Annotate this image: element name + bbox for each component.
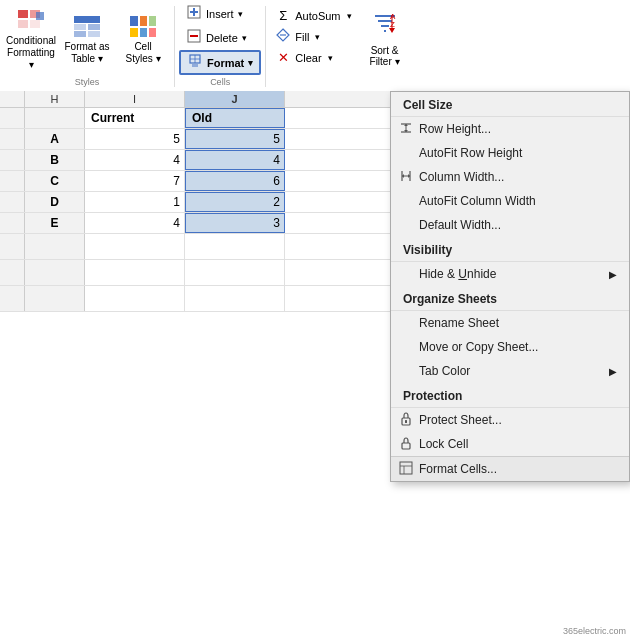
fill-button[interactable]: Fill ▾ [270,26,356,47]
hide-unhide-label: Hide & Unhide [419,267,496,281]
format-cells-icon [399,461,413,478]
svg-rect-4 [36,12,44,20]
svg-rect-14 [140,28,147,37]
tab-color-item[interactable]: Tab Color ▶ [391,359,629,383]
row-num [0,234,25,259]
cell-i-header[interactable]: Current [85,108,185,128]
cell-j-c[interactable]: 6 [185,171,285,191]
svg-rect-6 [74,24,86,30]
cell-h-a[interactable]: A [25,129,85,149]
svg-rect-7 [88,24,100,30]
autofit-col-item[interactable]: AutoFit Column Width [391,189,629,213]
col-header-i: I [85,91,185,107]
format-label: Format [207,57,244,69]
cell-i-b[interactable]: 4 [85,150,185,170]
svg-rect-24 [192,64,198,67]
svg-rect-12 [149,16,156,26]
insert-arrow: ▾ [238,9,243,19]
cell-styles-label: CellStyles ▾ [125,41,160,65]
cell-i-empty1[interactable] [85,234,185,259]
cell-j-empty1[interactable] [185,234,285,259]
format-dropdown-menu: Cell Size Row Height... AutoFit Row Heig… [390,91,630,482]
autosum-arrow: ▾ [347,11,352,21]
cell-styles-button[interactable]: CellStyles ▾ [116,10,170,68]
cells-group: Insert ▾ Delete ▾ [179,2,261,91]
cell-size-header: Cell Size [391,92,629,117]
styles-group-label: Styles [4,75,170,89]
cell-i-d[interactable]: 1 [85,192,185,212]
styles-group: ConditionalFormatting ▾ Format asTable ▾ [4,2,170,91]
autofit-row-label: AutoFit Row Height [419,146,522,160]
cell-h-empty1[interactable] [25,234,85,259]
format-cells-item[interactable]: Format Cells... [391,456,629,481]
cond-arrow: ▾ [29,59,34,70]
move-copy-item[interactable]: Move or Copy Sheet... [391,335,629,359]
cell-h-empty3[interactable] [25,286,85,311]
protection-header: Protection [391,383,629,408]
cell-i-c[interactable]: 7 [85,171,185,191]
row-num [0,108,25,128]
cell-h-d[interactable]: D [25,192,85,212]
format-arrow: ▾ [248,58,253,68]
cell-j-d[interactable]: 2 [185,192,285,212]
cell-i-a[interactable]: 5 [85,129,185,149]
conditional-formatting-button[interactable]: ConditionalFormatting ▾ [4,4,58,74]
clear-icon: ✕ [275,50,291,65]
editing-group: Σ AutoSum ▾ Fill ▾ [270,2,406,91]
svg-rect-9 [88,31,100,37]
lock-cell-item[interactable]: Lock Cell [391,432,629,456]
row-num [0,286,25,311]
autosum-label: AutoSum [295,10,340,22]
cell-styles-icon [127,13,159,41]
clear-button[interactable]: ✕ Clear ▾ [270,48,356,67]
svg-rect-42 [400,462,412,474]
cell-j-b[interactable]: 4 [185,150,285,170]
default-width-label: Default Width... [419,218,501,232]
svg-rect-15 [149,28,156,37]
fill-label: Fill [295,31,309,43]
cell-j-e[interactable]: 3 [185,213,285,233]
visibility-header: Visibility [391,237,629,262]
row-height-label: Row Height... [419,122,491,136]
insert-button[interactable]: Insert ▾ [179,2,261,25]
lock-cell-icon [399,436,413,453]
autofit-row-item[interactable]: AutoFit Row Height [391,141,629,165]
move-copy-label: Move or Copy Sheet... [419,340,538,354]
format-button[interactable]: Format ▾ [179,50,261,75]
col-header-j: J [185,91,285,107]
cell-h-c[interactable]: C [25,171,85,191]
cell-i-e[interactable]: 4 [85,213,185,233]
ribbon-separator-1 [174,6,175,87]
clear-arrow: ▾ [328,53,333,63]
column-width-item[interactable]: Column Width... [391,165,629,189]
cell-j-header[interactable]: Old [185,108,285,128]
hide-unhide-item[interactable]: Hide & Unhide ▶ [391,262,629,286]
autosum-button[interactable]: Σ AutoSum ▾ [270,6,356,25]
cell-i-empty3[interactable] [85,286,185,311]
svg-rect-13 [130,28,138,37]
cell-h-e[interactable]: E [25,213,85,233]
protect-sheet-item[interactable]: Protect Sheet... [391,408,629,432]
insert-icon [186,5,202,22]
row-height-item[interactable]: Row Height... [391,117,629,141]
sort-filter-button[interactable]: A Z Sort &Filter ▾ [363,6,407,72]
cell-j-empty3[interactable] [185,286,285,311]
column-width-icon [399,169,413,186]
cell-h-b[interactable]: B [25,150,85,170]
default-width-item[interactable]: Default Width... [391,213,629,237]
fill-arrow: ▾ [315,32,320,42]
cell-h-empty2[interactable] [25,260,85,285]
cell-h-header[interactable] [25,108,85,128]
column-width-label: Column Width... [419,170,504,184]
tab-color-arrow: ▶ [609,366,617,377]
cell-i-empty2[interactable] [85,260,185,285]
delete-arrow: ▾ [242,33,247,43]
rename-sheet-label: Rename Sheet [419,316,499,330]
organize-sheets-header: Organize Sheets [391,286,629,311]
format-as-table-button[interactable]: Format asTable ▾ [60,10,114,68]
cell-j-a[interactable]: 5 [185,129,285,149]
delete-button[interactable]: Delete ▾ [179,26,261,49]
conditional-formatting-label: ConditionalFormatting ▾ [6,35,56,71]
cell-j-empty2[interactable] [185,260,285,285]
rename-sheet-item[interactable]: Rename Sheet [391,311,629,335]
